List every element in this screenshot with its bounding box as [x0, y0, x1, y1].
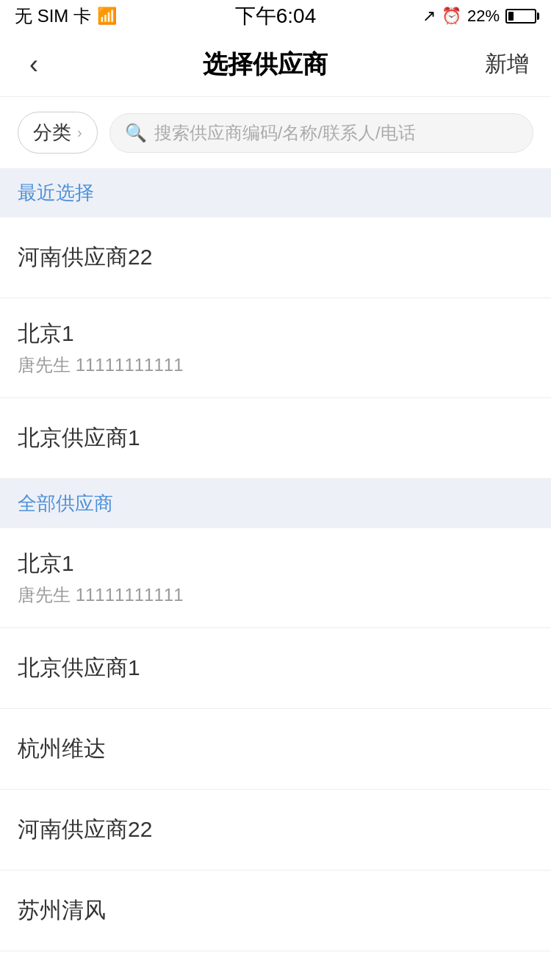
list-item-name: 北京1 — [18, 549, 533, 579]
filter-bar: 分类 › 🔍 搜索供应商编码/名称/联系人/电话 — [0, 97, 551, 168]
sections-container: 最近选择河南供应商22北京1唐先生 11111111111北京供应商1全部供应商… — [0, 168, 551, 951]
list-item-sub: 唐先生 11111111111 — [18, 353, 533, 377]
add-new-button[interactable]: 新增 — [485, 49, 529, 79]
list-item[interactable]: 杭州维达 — [0, 709, 551, 790]
search-icon: 🔍 — [125, 123, 147, 143]
list-item-name: 杭州维达 — [18, 734, 533, 764]
list-item-name: 北京供应商1 — [18, 653, 533, 683]
search-box[interactable]: 🔍 搜索供应商编码/名称/联系人/电话 — [109, 113, 533, 153]
page-title: 选择供应商 — [203, 48, 328, 82]
alarm-icon: ⏰ — [442, 7, 461, 26]
list-item[interactable]: 河南供应商22 — [0, 790, 551, 871]
back-button[interactable]: ‹ — [22, 42, 46, 87]
search-input[interactable]: 搜索供应商编码/名称/联系人/电话 — [154, 121, 416, 145]
location-icon: ↗ — [422, 7, 436, 26]
list-item[interactable]: 北京1唐先生 11111111111 — [0, 528, 551, 628]
list-item-sub: 唐先生 11111111111 — [18, 583, 533, 607]
status-right: ↗ ⏰ 22% — [422, 7, 536, 26]
list-item[interactable]: 河南供应商22 — [0, 217, 551, 298]
wifi-icon: 📶 — [97, 7, 117, 26]
list-item-name: 北京供应商1 — [18, 423, 533, 453]
nav-bar: ‹ 选择供应商 新增 — [0, 32, 551, 97]
section-header-text-all: 全部供应商 — [18, 492, 113, 514]
section-header-recent: 最近选择 — [0, 168, 551, 217]
battery-container — [505, 9, 536, 24]
section-header-text-recent: 最近选择 — [18, 181, 94, 203]
list-item[interactable]: 苏州清风 — [0, 871, 551, 951]
list-item-name: 河南供应商22 — [18, 242, 533, 273]
sim-label: 无 SIM 卡 — [15, 4, 91, 28]
battery-box — [505, 9, 536, 24]
list-item[interactable]: 北京供应商1 — [0, 628, 551, 709]
category-filter-button[interactable]: 分类 › — [18, 112, 98, 154]
battery-pct: 22% — [467, 7, 500, 26]
status-left: 无 SIM 卡 📶 — [15, 4, 117, 28]
list-item[interactable]: 北京1唐先生 11111111111 — [0, 298, 551, 398]
category-label: 分类 — [33, 120, 71, 145]
list-item[interactable]: 北京供应商1 — [0, 398, 551, 479]
list-item-name: 苏州清风 — [18, 896, 533, 926]
list-item-name: 北京1 — [18, 319, 533, 349]
chevron-right-icon: › — [77, 124, 82, 141]
status-time: 下午6:04 — [235, 2, 317, 30]
section-header-all: 全部供应商 — [0, 479, 551, 528]
status-bar: 无 SIM 卡 📶 下午6:04 ↗ ⏰ 22% — [0, 0, 551, 32]
battery-fill — [508, 12, 514, 21]
list-item-name: 河南供应商22 — [18, 815, 533, 845]
